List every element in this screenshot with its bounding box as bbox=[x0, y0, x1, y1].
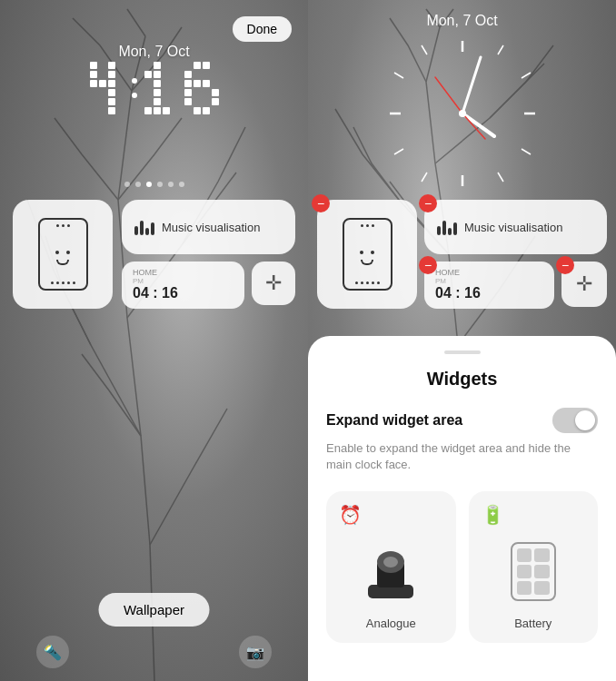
right-phone-icon bbox=[343, 218, 392, 291]
alarm-icon: ⏰ bbox=[339, 504, 362, 526]
camera-button[interactable]: 📷 bbox=[239, 636, 272, 668]
svg-line-4 bbox=[498, 45, 503, 54]
right-home-time-value: 04 : 16 bbox=[435, 285, 543, 301]
svg-line-9 bbox=[394, 149, 403, 154]
page-dots bbox=[0, 182, 308, 187]
analogue-label: Analogue bbox=[366, 617, 416, 630]
analog-clock bbox=[381, 32, 544, 195]
remove-phone-btn[interactable]: − bbox=[312, 194, 330, 212]
right-cross-widget[interactable]: − ✛ bbox=[561, 262, 607, 307]
bottom-widget-row: HOME PM 04 : 16 ✛ bbox=[122, 262, 295, 309]
widget-grid: ⏰ Analogue 🔋 bbox=[326, 491, 598, 643]
analogue-clock-visual bbox=[363, 535, 418, 607]
sheet-handle bbox=[444, 350, 481, 354]
left-panel: Done Mon, 7 Oct bbox=[0, 0, 308, 681]
right-bottom-row: − HOME PM 04 : 16 − ✛ bbox=[424, 262, 607, 309]
right-phone-face bbox=[360, 251, 374, 254]
torch-button[interactable]: 🔦 bbox=[36, 636, 69, 668]
pixel-time-display bbox=[90, 62, 219, 114]
sheet-title: Widgets bbox=[326, 369, 598, 390]
svg-point-20 bbox=[383, 557, 398, 568]
music-label: Music visualisation bbox=[162, 221, 260, 234]
left-widgets-area: Music visualisation HOME PM 04 : 16 ✛ bbox=[13, 200, 295, 309]
right-phone-mouth bbox=[361, 260, 373, 265]
battery-widget-card[interactable]: 🔋 Battery bbox=[469, 491, 599, 643]
expand-description: Enable to expand the widget area and hid… bbox=[326, 440, 598, 473]
svg-line-14 bbox=[435, 77, 462, 114]
right-phone-top-dots bbox=[361, 224, 374, 227]
time-colon bbox=[130, 78, 139, 98]
home-time-value: 04 : 16 bbox=[133, 285, 233, 301]
bottom-icons-row: 🔦 📷 bbox=[0, 636, 308, 668]
remove-music-btn[interactable]: − bbox=[419, 194, 437, 212]
svg-line-8 bbox=[422, 173, 427, 182]
music-bars-icon bbox=[134, 219, 154, 235]
dot-3 bbox=[146, 182, 152, 187]
pm-label: PM bbox=[133, 277, 233, 285]
right-top-area: Mon, 7 Oct bbox=[308, 0, 616, 345]
torch-icon: 🔦 bbox=[44, 644, 62, 661]
analogue-visual bbox=[363, 535, 418, 607]
svg-point-16 bbox=[459, 110, 466, 117]
right-cross-icon: ✛ bbox=[576, 272, 592, 296]
remote-visual bbox=[511, 542, 556, 601]
right-home-time-widget[interactable]: − HOME PM 04 : 16 bbox=[424, 262, 554, 309]
right-home-label: HOME bbox=[435, 269, 543, 277]
right-side-col: − Music visualisation − HOME PM 04 : 1 bbox=[424, 200, 607, 309]
svg-line-7 bbox=[498, 173, 503, 182]
svg-line-11 bbox=[422, 45, 427, 54]
expand-toggle[interactable] bbox=[552, 408, 598, 433]
wallpaper-button[interactable]: Wallpaper bbox=[98, 593, 210, 627]
battery-visual bbox=[511, 535, 556, 607]
toggle-knob bbox=[575, 410, 595, 430]
home-label: HOME bbox=[133, 269, 233, 277]
right-music-widget[interactable]: − Music visualisation bbox=[424, 200, 607, 254]
dot-6 bbox=[179, 182, 184, 187]
expand-row: Expand widget area bbox=[326, 408, 598, 433]
done-button[interactable]: Done bbox=[233, 16, 292, 42]
cross-widget[interactable]: ✛ bbox=[252, 262, 295, 305]
right-pm-label: PM bbox=[435, 277, 543, 285]
bottom-sheet: Widgets Expand widget area Enable to exp… bbox=[308, 336, 616, 681]
phone-bottom-dots bbox=[51, 281, 75, 284]
camera-icon: 📷 bbox=[246, 644, 264, 661]
svg-line-13 bbox=[462, 57, 481, 114]
right-widgets-col: Music visualisation HOME PM 04 : 16 ✛ bbox=[122, 200, 295, 309]
dot-1 bbox=[124, 182, 130, 187]
left-date: Mon, 7 Oct bbox=[0, 44, 308, 60]
battery-label: Battery bbox=[514, 617, 551, 630]
music-widget[interactable]: Music visualisation bbox=[122, 200, 295, 254]
right-music-bars bbox=[437, 219, 457, 235]
right-music-label: Music visualisation bbox=[464, 221, 562, 234]
phone-icon bbox=[38, 218, 88, 291]
right-widgets-area: − − bbox=[317, 200, 607, 309]
home-time-widget[interactable]: HOME PM 04 : 16 bbox=[122, 262, 244, 309]
remove-cross-btn[interactable]: − bbox=[556, 256, 574, 274]
dot-4 bbox=[157, 182, 163, 187]
svg-line-12 bbox=[462, 114, 494, 136]
expand-label: Expand widget area bbox=[326, 412, 462, 429]
dot-2 bbox=[135, 182, 141, 187]
svg-line-5 bbox=[522, 73, 531, 78]
analogue-widget-card[interactable]: ⏰ Analogue bbox=[326, 491, 456, 643]
phone-mouth bbox=[56, 260, 69, 265]
cross-icon: ✛ bbox=[265, 271, 282, 295]
svg-line-6 bbox=[522, 149, 531, 154]
phone-face bbox=[55, 251, 70, 254]
digit-1 bbox=[144, 62, 179, 114]
phone-widget[interactable] bbox=[13, 200, 113, 309]
right-phone-bottom-dots bbox=[355, 281, 380, 284]
svg-line-10 bbox=[394, 73, 403, 78]
right-panel: Mon, 7 Oct bbox=[308, 0, 616, 681]
digit-4 bbox=[90, 62, 124, 114]
dot-5 bbox=[168, 182, 174, 187]
digit-6 bbox=[184, 62, 219, 114]
right-date: Mon, 7 Oct bbox=[308, 13, 616, 29]
phone-top-dots bbox=[56, 224, 70, 227]
right-phone-widget[interactable]: − bbox=[317, 200, 417, 309]
battery-icon-card: 🔋 bbox=[482, 504, 504, 526]
remove-hometime-btn[interactable]: − bbox=[419, 256, 437, 274]
